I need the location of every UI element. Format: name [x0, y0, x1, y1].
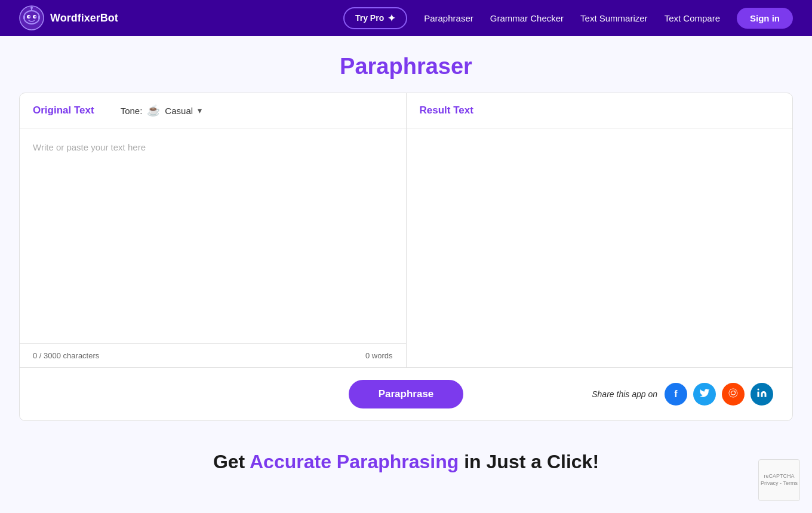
brand-logo: [19, 5, 44, 30]
facebook-icon: f: [674, 389, 677, 400]
page-title-section: Paraphraser: [0, 36, 812, 93]
nav-text-summarizer[interactable]: Text Summarizer: [580, 13, 648, 23]
linkedin-share-button[interactable]: [751, 383, 773, 406]
char-count: 0 / 3000 characters: [33, 351, 99, 360]
svg-point-5: [35, 16, 36, 18]
navbar: WordfixerBot Try Pro ✦ Paraphraser Gramm…: [0, 0, 812, 36]
linkedin-icon: [756, 388, 767, 401]
word-count: 0 words: [365, 351, 393, 360]
svg-point-7: [30, 7, 33, 9]
reddit-share-button[interactable]: [722, 383, 745, 406]
twitter-share-button[interactable]: [693, 383, 716, 406]
left-panel-footer: 0 / 3000 characters 0 words: [20, 343, 406, 367]
svg-rect-8: [23, 16, 25, 19]
right-panel-header: Result Text: [407, 93, 793, 128]
svg-rect-9: [38, 16, 40, 19]
share-section: Share this app on f: [592, 383, 773, 406]
main-container: Original Text Tone: ☕ Casual ▾ Result Te…: [19, 93, 793, 421]
tone-selector[interactable]: Tone: ☕ Casual ▾: [121, 104, 202, 117]
nav-paraphraser[interactable]: Paraphraser: [424, 13, 473, 23]
captcha-inner: reCAPTCHA Privacy - Terms: [761, 473, 798, 487]
brand-name: WordfixerBot: [50, 12, 118, 24]
reddit-icon: [728, 388, 739, 401]
bottom-text-accent: Accurate Paraphrasing: [250, 451, 459, 472]
panels-content: 0 / 3000 characters 0 words: [20, 128, 792, 367]
right-panel: [407, 128, 793, 367]
bottom-text-after: in Just a Click!: [459, 451, 599, 472]
svg-point-18: [758, 389, 759, 391]
tone-value: Casual: [165, 106, 193, 116]
tone-dropdown-button[interactable]: ▾: [198, 106, 202, 115]
bottom-text-before: Get: [213, 451, 250, 472]
nav-grammar-checker[interactable]: Grammar Checker: [490, 13, 564, 23]
nav-links: Try Pro ✦ Paraphraser Grammar Checker Te…: [343, 7, 793, 29]
svg-point-11: [729, 389, 737, 397]
tone-label: Tone:: [121, 106, 143, 116]
page-title: Paraphraser: [0, 54, 812, 79]
brand: WordfixerBot: [19, 5, 118, 30]
facebook-share-button[interactable]: f: [665, 383, 687, 406]
sparkle-icon: ✦: [387, 13, 395, 24]
original-text-label: Original Text: [33, 105, 94, 116]
action-row: Paraphrase Share this app on f: [20, 367, 792, 420]
result-text-label: Result Text: [420, 105, 473, 116]
paraphrase-button[interactable]: Paraphrase: [349, 380, 464, 408]
left-panel: 0 / 3000 characters 0 words: [20, 128, 407, 367]
captcha-widget: reCAPTCHA Privacy - Terms: [758, 459, 800, 501]
nav-text-compare[interactable]: Text Compare: [665, 13, 720, 23]
tone-icon: ☕: [147, 104, 160, 117]
share-label: Share this app on: [592, 389, 657, 399]
try-pro-label: Try Pro: [355, 13, 384, 23]
bottom-section: Get Accurate Paraphrasing in Just a Clic…: [0, 421, 812, 491]
svg-point-4: [29, 16, 30, 18]
try-pro-button[interactable]: Try Pro ✦: [343, 7, 407, 29]
bottom-title: Get Accurate Paraphrasing in Just a Clic…: [19, 451, 793, 473]
twitter-icon: [699, 388, 710, 401]
sign-in-button[interactable]: Sign in: [737, 8, 793, 29]
left-panel-header: Original Text Tone: ☕ Casual ▾: [20, 93, 407, 128]
original-text-input[interactable]: [20, 128, 406, 343]
share-icons: f: [665, 383, 773, 406]
panels-header: Original Text Tone: ☕ Casual ▾ Result Te…: [20, 93, 792, 128]
